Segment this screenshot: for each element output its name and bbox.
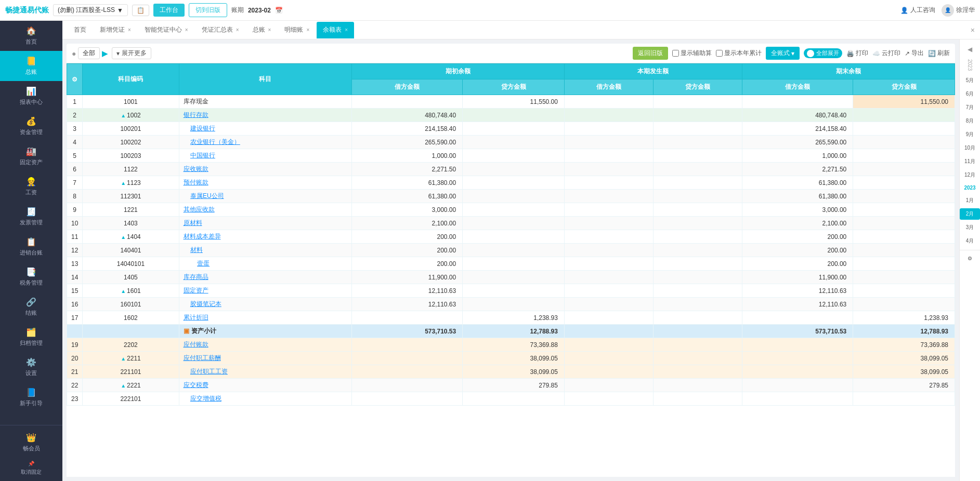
- filter-right-arrow[interactable]: ▶: [102, 49, 108, 58]
- sidebar-item-ledger[interactable]: 📒 总账: [0, 51, 62, 81]
- sidebar-item-salary[interactable]: 👷 工资: [0, 171, 62, 202]
- opening-credit: [463, 217, 565, 230]
- cloud-print-btn[interactable]: ☁️ 云打印: [872, 49, 900, 58]
- row-name[interactable]: 壹蛋: [179, 257, 351, 271]
- balance-table-container[interactable]: ⚙ 科目编码 科目 期初余额 本期发生额 期末余额 借方金额 贷方金额 借方金额: [67, 63, 955, 477]
- month-jul[interactable]: 7月: [965, 102, 975, 113]
- month-aug[interactable]: 8月: [965, 115, 975, 127]
- col-closing-debit: 借方金额: [742, 79, 853, 95]
- panel-settings-icon[interactable]: ⚙: [966, 253, 973, 263]
- sidebar-item-invoice[interactable]: 🧾 发票管理: [0, 202, 62, 232]
- month-jan[interactable]: 1月: [965, 195, 975, 206]
- expand-all-toggle[interactable]: 全部展开: [804, 48, 842, 58]
- closing-credit: [853, 176, 955, 190]
- copy-btn[interactable]: 📋: [132, 5, 149, 16]
- row-name[interactable]: 材料成本差异: [179, 230, 351, 244]
- row-name[interactable]: 建设银行: [179, 122, 351, 136]
- tab-balance-sheet[interactable]: 余额表 ×: [317, 22, 354, 38]
- sidebar-item-guide[interactable]: 📘 新手引导: [0, 382, 62, 412]
- month-dec[interactable]: 12月: [963, 169, 976, 181]
- sidebar-item-home[interactable]: 🏠 首页: [0, 21, 62, 51]
- tab-smart-voucher-close[interactable]: ×: [185, 27, 188, 33]
- row-name[interactable]: 其他应收款: [179, 203, 351, 217]
- show-annual-input[interactable]: [716, 50, 723, 57]
- row-name[interactable]: 材料: [179, 244, 351, 257]
- return-old-btn[interactable]: 返回旧版: [633, 47, 668, 60]
- sidebar-item-tax[interactable]: 📑 税务管理: [0, 262, 62, 292]
- tab-general-ledger-close[interactable]: ×: [268, 27, 271, 33]
- show-annual-checkbox[interactable]: 显示本年累计: [716, 49, 762, 58]
- filter-left-arrow[interactable]: ●: [72, 49, 76, 58]
- sidebar-item-assets[interactable]: 🏭 固定资产: [0, 141, 62, 171]
- tab-voucher-summary-close[interactable]: ×: [236, 27, 239, 33]
- sidebar-item-archive[interactable]: 🗂️ 归档管理: [0, 322, 62, 352]
- sidebar-item-capital[interactable]: 💰 资金管理: [0, 111, 62, 141]
- month-may[interactable]: 5月: [965, 75, 975, 86]
- row-name[interactable]: 固定资产: [179, 284, 351, 298]
- sidebar-item-trade[interactable]: 📋 进销台账: [0, 232, 62, 262]
- switch-btn[interactable]: 切到旧版: [189, 3, 227, 17]
- show-aux-input[interactable]: [672, 50, 679, 57]
- row-name[interactable]: 应付账款: [179, 338, 351, 352]
- tab-balance-sheet-close[interactable]: ×: [345, 27, 348, 33]
- row-name[interactable]: 农业银行（美金）: [179, 136, 351, 149]
- row-name[interactable]: 银行存款: [179, 109, 351, 122]
- calendar-icon[interactable]: 📅: [275, 7, 283, 14]
- row-name[interactable]: 应付职工工资: [179, 365, 351, 379]
- row-name[interactable]: 原材料: [179, 217, 351, 230]
- sidebar-item-report[interactable]: 📊 报表中心: [0, 81, 62, 111]
- month-apr[interactable]: 4月: [965, 235, 975, 247]
- panel-collapse-arrow[interactable]: ◀: [965, 44, 974, 55]
- month-oct[interactable]: 10月: [963, 142, 976, 154]
- expand-more-btn[interactable]: ▾ 展开更多: [112, 47, 151, 59]
- report-icon: 📊: [26, 86, 36, 96]
- row-name[interactable]: 库存商品: [179, 271, 351, 284]
- month-jun[interactable]: 6月: [965, 88, 975, 100]
- tab-smart-voucher[interactable]: 智能凭证中心 ×: [138, 22, 194, 38]
- tab-new-voucher-close[interactable]: ×: [128, 27, 131, 33]
- row-name[interactable]: 应交增值税: [179, 392, 351, 406]
- month-nov[interactable]: 11月: [963, 156, 976, 167]
- print-btn[interactable]: 🖨️ 打印: [846, 49, 868, 58]
- row-number: 15: [67, 284, 83, 298]
- month-sep[interactable]: 9月: [965, 129, 975, 140]
- tab-detail-ledger[interactable]: 明细账 ×: [278, 22, 316, 38]
- ledger-icon: 📒: [26, 56, 36, 66]
- workbench-btn[interactable]: 工作台: [153, 4, 185, 17]
- tab-voucher-summary[interactable]: 凭证汇总表 ×: [195, 22, 245, 38]
- tab-detail-ledger-close[interactable]: ×: [306, 27, 309, 33]
- user-area[interactable]: 👤 徐淫华: [942, 4, 975, 17]
- export-btn[interactable]: ↗ 导出: [905, 49, 924, 58]
- company-name: (勿删) 江西股圣-LSS: [58, 6, 115, 15]
- tab-bar-close-btn[interactable]: ×: [971, 26, 975, 34]
- company-selector[interactable]: (勿删) 江西股圣-LSS ▼: [53, 4, 128, 16]
- tab-general-ledger[interactable]: 总账 ×: [246, 22, 278, 38]
- row-name[interactable]: 泰属EU公司: [179, 190, 351, 203]
- row-name[interactable]: 预付账款: [179, 176, 351, 190]
- refresh-btn[interactable]: 🔄 刷新: [928, 49, 950, 58]
- opening-credit: 38,099.05: [463, 352, 565, 365]
- tab-home[interactable]: 首页: [68, 22, 93, 38]
- col-settings[interactable]: ⚙: [67, 64, 83, 95]
- show-aux-checkbox[interactable]: 显示辅助算: [672, 49, 712, 58]
- row-name[interactable]: 中国银行: [179, 149, 351, 163]
- row-name[interactable]: 应交税费: [179, 379, 351, 392]
- toggle-circle: [807, 50, 814, 57]
- row-name[interactable]: 胶摄笔记本: [179, 298, 351, 311]
- sidebar-item-settings[interactable]: ⚙️ 设置: [0, 352, 62, 382]
- month-feb[interactable]: 2月: [960, 208, 980, 220]
- export-label: 导出: [911, 49, 924, 58]
- sidebar-item-close[interactable]: 🔗 结账: [0, 292, 62, 322]
- row-name[interactable]: 应收账款: [179, 163, 351, 176]
- sidebar-item-member[interactable]: 👑 畅会员: [0, 427, 62, 458]
- filter-all-btn[interactable]: 全部: [78, 47, 100, 59]
- closing-credit: [853, 244, 955, 257]
- month-mar[interactable]: 3月: [965, 222, 975, 233]
- tab-new-voucher[interactable]: 新增凭证 ×: [94, 22, 137, 38]
- consult-btn[interactable]: 👤 人工咨询: [900, 6, 935, 15]
- sidebar-item-unpin[interactable]: 📌 取消固定: [0, 458, 62, 479]
- row-number: 10: [67, 217, 83, 230]
- row-name[interactable]: 应付职工薪酬: [179, 352, 351, 365]
- format-btn[interactable]: 全账式 ▾: [766, 47, 800, 60]
- row-name[interactable]: 累计折旧: [179, 311, 351, 325]
